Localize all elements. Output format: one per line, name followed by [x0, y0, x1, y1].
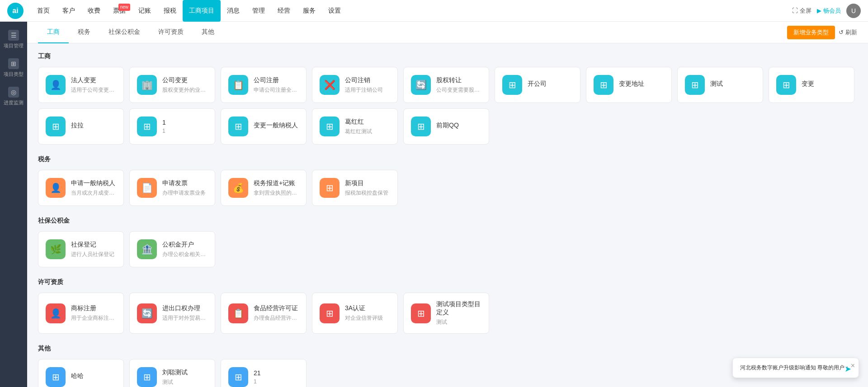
nav-item-7[interactable]: 消息	[221, 0, 246, 22]
main-content: 工商税务社保公积金许可资质其他 新增业务类型 ↺ 刷新 工商👤法人变更适用于公司…	[27, 22, 868, 387]
card-sub-0-1: 股权变更外的业务变更	[162, 86, 208, 94]
sidebar-item-0[interactable]: ☰ 项目管理	[0, 25, 27, 54]
nav-item-8[interactable]: 管理	[246, 0, 271, 22]
card-4-0[interactable]: ⊞哈哈	[38, 359, 124, 387]
card-3-2[interactable]: 📋食品经营许可证办理食品经营许可证	[221, 293, 307, 334]
sidebar-label-0: 项目管理	[4, 42, 24, 49]
nav-item-9[interactable]: 经营	[271, 0, 297, 22]
card-3-4[interactable]: ⊞测试项目类型目定义测试	[403, 293, 489, 334]
cards-grid-gongshang: 👤法人变更适用于公司变更法人🏢公司变更股权变更外的业务变更📋公司注册申请公司注册…	[38, 67, 857, 145]
tab-4[interactable]: 其他	[193, 22, 223, 43]
avatar[interactable]: U	[846, 4, 861, 18]
card-sub-1-3: 报税加税控盘保管	[345, 189, 390, 197]
card-text-4-0: 哈哈	[71, 372, 116, 382]
tab-3[interactable]: 许可资质	[149, 22, 193, 43]
card-icon-4-1: ⊞	[137, 367, 157, 387]
card-1-0[interactable]: 👤申请一般纳税人当月或次月成变更完成	[38, 170, 124, 206]
fullscreen-label: 全屏	[800, 7, 811, 15]
nav-item-0[interactable]: 首页	[31, 0, 56, 22]
card-4-1[interactable]: ⊞刘聪测试测试	[129, 359, 215, 387]
nav-items: 首页客户收费票据new记账报税工商项目消息管理经营服务设置	[31, 0, 792, 22]
section-title-xuke: 许可资质	[38, 278, 857, 286]
nav-item-3[interactable]: 票据new	[107, 0, 132, 22]
notification-text: 河北税务数字账户升级影响通知 尊敬的用户：	[740, 364, 851, 372]
card-1-2[interactable]: 💰税务报道+记账拿到营业执照的新公司	[221, 170, 307, 206]
nav-item-5[interactable]: 报税	[157, 0, 183, 22]
card-0-12[interactable]: ⊞葛红红葛红红测试	[312, 108, 398, 145]
card-title-0-3: 公司注销	[345, 76, 390, 84]
card-0-5[interactable]: ⊞开公司	[495, 67, 580, 103]
sidebar: ☰ 项目管理 ⊞ 项目类型 ◎ 进度监测	[0, 22, 27, 387]
section-shebao: 社保公积金🌿社保登记进行人员社保登记🏦公积金开户办理公积金相关业务	[38, 217, 857, 267]
card-title-0-6: 变更地址	[619, 80, 664, 88]
card-0-13[interactable]: ⊞前期QQ	[403, 108, 489, 145]
fullscreen-button[interactable]: ⛶ 全屏	[792, 7, 811, 15]
new-type-button[interactable]: 新增业务类型	[787, 26, 835, 39]
card-0-7[interactable]: ⊞测试	[677, 67, 763, 103]
card-0-10[interactable]: ⊞11	[129, 108, 215, 145]
card-0-2[interactable]: 📋公司注册申请公司注册全流程	[221, 67, 307, 103]
nav-right: ⛶ 全屏 ▶ 畅会员 U	[792, 4, 861, 18]
cards-grid-xuke: 👤商标注册用于企业商标注册服务🔄进出口权办理适用于对外贸易经营者📋食品经营许可证…	[38, 293, 857, 334]
fullscreen-icon: ⛶	[792, 7, 798, 14]
card-0-1[interactable]: 🏢公司变更股权变更外的业务变更	[129, 67, 215, 103]
sidebar-item-2[interactable]: ◎ 进度监测	[0, 82, 27, 111]
nav-item-11[interactable]: 设置	[322, 0, 347, 22]
card-icon-1-2: 💰	[228, 178, 248, 198]
card-sub-3-3: 对企业信誉评级	[345, 314, 390, 322]
sidebar-icon-0: ☰	[8, 30, 19, 41]
card-0-4[interactable]: 🔄股权转让公司变更需要股权转让	[403, 67, 489, 103]
sidebar-item-1[interactable]: ⊞ 项目类型	[0, 54, 27, 82]
card-0-6[interactable]: ⊞变更地址	[586, 67, 672, 103]
card-sub-0-0: 适用于公司变更法人	[71, 86, 116, 94]
card-title-0-9: 拉拉	[71, 121, 116, 130]
card-icon-3-4: ⊞	[411, 303, 431, 323]
card-2-0[interactable]: 🌿社保登记进行人员社保登记	[38, 231, 124, 267]
card-4-2[interactable]: ⊞211	[221, 359, 307, 387]
card-3-0[interactable]: 👤商标注册用于企业商标注册服务	[38, 293, 124, 334]
refresh-button[interactable]: ↺ 刷新	[839, 28, 857, 37]
member-button[interactable]: ▶ 畅会员	[817, 7, 841, 15]
card-0-8[interactable]: ⊞变更	[769, 67, 854, 103]
card-sub-2-0: 进行人员社保登记	[71, 251, 116, 258]
card-0-0[interactable]: 👤法人变更适用于公司变更法人	[38, 67, 124, 103]
card-icon-0-2: 📋	[228, 75, 248, 95]
card-icon-3-3: ⊞	[320, 303, 340, 323]
card-icon-1-1: 📄	[137, 178, 157, 198]
card-text-1-3: 新项目报税加税控盘保管	[345, 179, 390, 197]
nav-item-2[interactable]: 收费	[81, 0, 107, 22]
card-3-3[interactable]: ⊞3A认证对企业信誉评级	[312, 293, 398, 334]
card-icon-0-13: ⊞	[411, 117, 431, 136]
tab-0[interactable]: 工商	[38, 22, 69, 43]
card-title-3-0: 商标注册	[71, 304, 116, 312]
nav-item-4[interactable]: 记账	[132, 0, 157, 22]
tab-1[interactable]: 税务	[69, 22, 99, 43]
card-icon-4-2: ⊞	[228, 367, 248, 387]
tabs-bar: 工商税务社保公积金许可资质其他 新增业务类型 ↺ 刷新	[27, 22, 868, 43]
card-2-1[interactable]: 🏦公积金开户办理公积金相关业务	[129, 231, 215, 267]
card-sub-4-1: 测试	[162, 378, 208, 386]
card-title-0-13: 前期QQ	[436, 121, 481, 130]
tab-2[interactable]: 社保公积金	[99, 22, 149, 43]
card-0-3[interactable]: ❌公司注销适用于注销公司	[312, 67, 398, 103]
card-icon-0-8: ⊞	[776, 75, 796, 95]
notification-close-button[interactable]: ×	[851, 362, 855, 370]
nav-item-10[interactable]: 服务	[297, 0, 322, 22]
card-text-1-0: 申请一般纳税人当月或次月成变更完成	[71, 179, 116, 197]
nav-item-6[interactable]: 工商项目	[183, 0, 221, 22]
card-title-4-0: 哈哈	[71, 372, 116, 380]
card-1-1[interactable]: 📄申请发票办理申请发票业务	[129, 170, 215, 206]
tabs-list: 工商税务社保公积金许可资质其他	[38, 22, 223, 43]
section-title-shebao: 社保公积金	[38, 217, 857, 225]
card-title-1-0: 申请一般纳税人	[71, 179, 116, 187]
card-text-0-9: 拉拉	[71, 121, 116, 131]
tabs-actions: 新增业务类型 ↺ 刷新	[787, 26, 857, 39]
card-3-1[interactable]: 🔄进出口权办理适用于对外贸易经营者	[129, 293, 215, 334]
card-0-9[interactable]: ⊞拉拉	[38, 108, 124, 145]
card-text-0-10: 11	[162, 119, 208, 134]
card-icon-3-0: 👤	[46, 303, 66, 323]
card-1-3[interactable]: ⊞新项目报税加税控盘保管	[312, 170, 398, 206]
nav-item-1[interactable]: 客户	[56, 0, 81, 22]
card-text-3-3: 3A认证对企业信誉评级	[345, 304, 390, 322]
card-0-11[interactable]: ⊞变更一般纳税人	[221, 108, 307, 145]
